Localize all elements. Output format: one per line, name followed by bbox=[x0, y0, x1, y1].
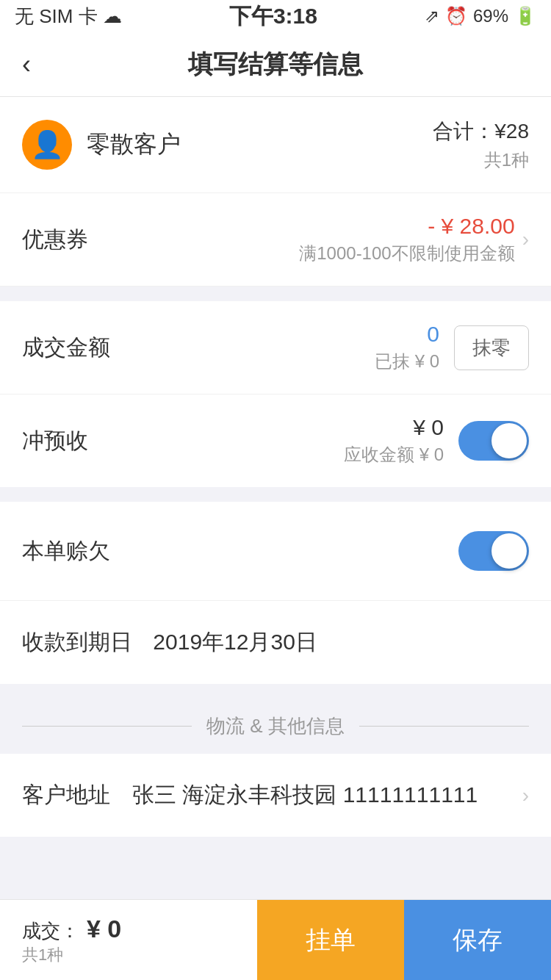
content-area: 👤 零散客户 合计：¥28 共1种 优惠券 - ¥ 28.00 满1000-10… bbox=[0, 97, 551, 940]
deal-amount-value[interactable]: 0 bbox=[375, 322, 439, 347]
chevron-right-icon: › bbox=[522, 228, 529, 251]
battery-label: 69% bbox=[473, 6, 508, 26]
deal-amount-label: 成交金额 bbox=[22, 333, 140, 363]
address-row[interactable]: 客户地址 张三 海淀永丰科技园 11111111111 › bbox=[0, 754, 551, 837]
debt-toggle[interactable] bbox=[458, 531, 529, 571]
sim-label: 无 SIM 卡 ☁ bbox=[15, 4, 122, 29]
deal-amount-card: 成交金额 0 已抹 ¥ 0 抹零 冲预收 ¥ 0 应收金额 ¥ 0 bbox=[0, 301, 551, 487]
status-left: 无 SIM 卡 ☁ bbox=[15, 4, 122, 29]
prepay-right: ¥ 0 应收金额 ¥ 0 bbox=[344, 415, 529, 466]
coupon-right: - ¥ 28.00 满1000-100不限制使用金额 › bbox=[299, 214, 529, 265]
customer-right: 合计：¥28 共1种 bbox=[433, 118, 529, 172]
debt-card: 本单赊欠 收款到期日 2019年12月30日 bbox=[0, 502, 551, 684]
prepay-row: 冲预收 ¥ 0 应收金额 ¥ 0 bbox=[0, 394, 551, 487]
deal-amount-sub: 已抹 ¥ 0 bbox=[375, 350, 439, 373]
customer-card: 👤 零散客户 合计：¥28 共1种 优惠券 - ¥ 28.00 满1000-10… bbox=[0, 97, 551, 287]
logistics-divider: 物流 & 其他信息 bbox=[0, 699, 551, 754]
coupon-label: 优惠券 bbox=[22, 225, 88, 255]
coupon-info: - ¥ 28.00 满1000-100不限制使用金额 bbox=[299, 214, 514, 265]
location-icon: ⇗ bbox=[425, 6, 439, 26]
deal-amount-value-block: 0 已抹 ¥ 0 bbox=[375, 322, 439, 373]
avatar: 👤 bbox=[22, 120, 72, 170]
bottom-deal-count: 共1种 bbox=[22, 944, 235, 966]
save-button[interactable]: 保存 bbox=[404, 900, 551, 981]
avatar-icon: 👤 bbox=[31, 129, 64, 160]
debt-label: 本单赊欠 bbox=[22, 536, 110, 566]
customer-row: 👤 零散客户 合计：¥28 共1种 bbox=[0, 97, 551, 193]
debt-toggle-knob bbox=[491, 533, 527, 569]
prepay-toggle[interactable] bbox=[458, 421, 529, 461]
status-bar: 无 SIM 卡 ☁ 下午3:18 ⇗ ⏰ 69% 🔋 bbox=[0, 0, 551, 32]
status-time: 下午3:18 bbox=[229, 1, 317, 32]
address-label: 客户地址 bbox=[22, 780, 110, 810]
customer-name: 零散客户 bbox=[87, 129, 181, 161]
hold-button[interactable]: 挂单 bbox=[257, 900, 404, 981]
battery-icon: 🔋 bbox=[514, 6, 536, 26]
prepay-sub: 应收金额 ¥ 0 bbox=[344, 443, 444, 466]
total-count: 共1种 bbox=[433, 148, 529, 172]
page-title: 填写结算等信息 bbox=[188, 48, 363, 82]
address-card[interactable]: 客户地址 张三 海淀永丰科技园 11111111111 › bbox=[0, 754, 551, 837]
due-date-label: 收款到期日 bbox=[22, 630, 132, 654]
due-date-row: 收款到期日 2019年12月30日 bbox=[0, 600, 551, 684]
round-zero-button[interactable]: 抹零 bbox=[454, 325, 529, 370]
address-chevron-icon: › bbox=[522, 784, 529, 807]
coupon-amount: - ¥ 28.00 bbox=[299, 214, 514, 239]
bottom-bar: 成交： ¥ 0 共1种 挂单 保存 bbox=[0, 899, 551, 980]
deal-amount-right: 0 已抹 ¥ 0 抹零 bbox=[375, 322, 529, 373]
customer-left: 👤 零散客户 bbox=[22, 120, 181, 170]
bottom-deal-title: 成交： bbox=[22, 918, 79, 944]
logistics-label: 物流 & 其他信息 bbox=[206, 713, 345, 739]
due-date-value: 2019年12月30日 bbox=[153, 630, 317, 654]
coupon-row[interactable]: 优惠券 - ¥ 28.00 满1000-100不限制使用金额 › bbox=[0, 193, 551, 287]
coupon-desc: 满1000-100不限制使用金额 bbox=[299, 242, 514, 265]
debt-row: 本单赊欠 bbox=[0, 502, 551, 600]
prepay-toggle-knob bbox=[491, 423, 527, 458]
alarm-icon: ⏰ bbox=[445, 6, 467, 26]
deal-amount-row: 成交金额 0 已抹 ¥ 0 抹零 bbox=[0, 301, 551, 394]
prepay-amount: ¥ 0 bbox=[344, 415, 444, 440]
prepay-values: ¥ 0 应收金额 ¥ 0 bbox=[344, 415, 444, 466]
address-value: 张三 海淀永丰科技园 11111111111 bbox=[132, 780, 522, 810]
back-button[interactable]: ‹ bbox=[22, 49, 31, 80]
nav-bar: ‹ 填写结算等信息 bbox=[0, 32, 551, 97]
bottom-deal-info: 成交： ¥ 0 共1种 bbox=[0, 915, 257, 966]
status-right: ⇗ ⏰ 69% 🔋 bbox=[425, 6, 536, 26]
prepay-label: 冲预收 bbox=[22, 426, 88, 456]
bottom-deal-value: ¥ 0 bbox=[87, 915, 121, 943]
total-label: 合计：¥28 bbox=[433, 118, 529, 145]
